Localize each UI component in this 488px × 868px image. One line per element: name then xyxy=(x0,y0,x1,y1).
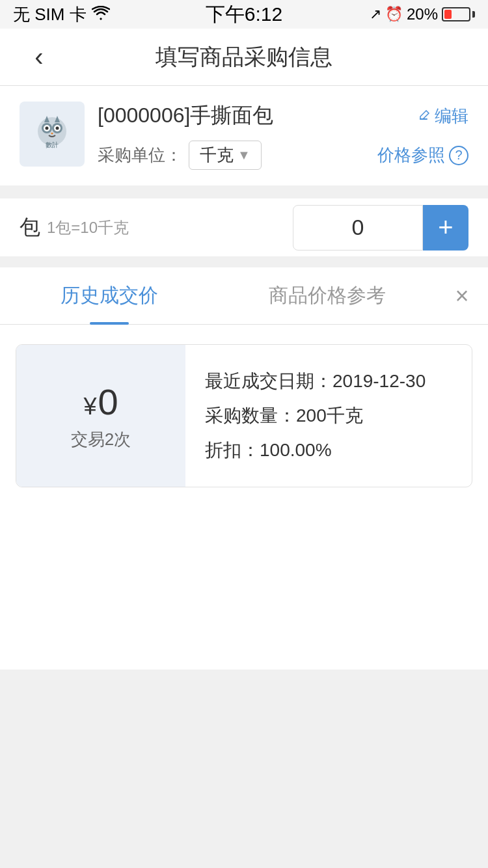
help-icon: ? xyxy=(449,146,468,165)
tabs-header: 历史成交价 商品价格参考 × xyxy=(0,267,488,325)
tab-product-price-ref[interactable]: 商品价格参考 xyxy=(218,267,436,325)
product-thumbnail: 數計 xyxy=(20,102,85,167)
battery-icon xyxy=(442,7,475,21)
currency-symbol: ¥ xyxy=(83,393,96,420)
trade-count: 交易2次 xyxy=(71,428,131,451)
alarm-icon: ⏰ xyxy=(385,6,403,23)
tab-product-price-label: 商品价格参考 xyxy=(269,282,386,309)
tab-history-price[interactable]: 历史成交价 xyxy=(0,267,218,325)
qty-unit: 包 xyxy=(20,213,40,242)
status-left: 无 SIM 卡 xyxy=(13,3,110,26)
close-icon: × xyxy=(455,282,468,310)
price-ref-label: 价格参照 xyxy=(377,144,445,167)
battery-percent: 20% xyxy=(407,5,438,23)
back-button[interactable]: ‹ xyxy=(20,42,59,72)
location-icon: ↗ xyxy=(370,6,381,23)
signal-text: 无 SIM 卡 xyxy=(13,3,87,26)
discount-value: 100.00% xyxy=(260,440,332,460)
close-button[interactable]: × xyxy=(436,282,488,310)
plus-icon: + xyxy=(438,213,453,242)
unit-value: 千克 xyxy=(200,144,234,167)
purchase-qty-value: 200千克 xyxy=(296,405,363,426)
price-card-left: ¥ 0 交易2次 xyxy=(16,345,185,487)
discount-item: 折扣：100.00% xyxy=(205,437,452,463)
purchase-qty-item: 采购数量：200千克 xyxy=(205,403,452,428)
status-time: 下午6:12 xyxy=(206,1,282,28)
status-bar: 无 SIM 卡 下午6:12 ↗ ⏰ 20% xyxy=(0,0,488,29)
svg-text:數計: 數計 xyxy=(46,141,59,148)
qty-conversion: 1包=10千克 xyxy=(47,217,129,238)
price-amount: 0 xyxy=(98,381,118,423)
status-right: ↗ ⏰ 20% xyxy=(370,5,475,23)
discount-label: 折扣： xyxy=(205,440,260,460)
quantity-label: 包 1包=10千克 xyxy=(20,213,293,242)
price-card-right: 最近成交日期：2019-12-30 采购数量：200千克 折扣：100.00% xyxy=(185,345,472,487)
product-logo-icon: 數計 xyxy=(33,111,72,157)
main-content: ¥ 0 交易2次 最近成交日期：2019-12-30 采购数量：200千克 折扣… xyxy=(0,344,488,670)
tab-active-indicator xyxy=(90,322,129,325)
quantity-input-group: + xyxy=(293,205,468,251)
unit-label-group: 采购单位： 千克 ▼ xyxy=(98,141,262,170)
product-info: [0000006]手撕面包 编辑 采购单位： 千克 ▼ xyxy=(98,102,468,170)
edit-button[interactable]: 编辑 xyxy=(418,105,468,128)
dropdown-arrow-icon: ▼ xyxy=(237,148,251,163)
unit-selector[interactable]: 千克 ▼ xyxy=(189,141,262,170)
page-title: 填写商品采购信息 xyxy=(156,42,332,72)
product-name: [0000006]手撕面包 xyxy=(98,102,273,130)
section-divider xyxy=(0,185,488,198)
unit-label: 采购单位： xyxy=(98,144,182,167)
svg-point-6 xyxy=(56,127,59,130)
quantity-section: 包 1包=10千克 + xyxy=(0,198,488,257)
nav-bar: ‹ 填写商品采购信息 xyxy=(0,29,488,86)
tab-history-label: 历史成交价 xyxy=(61,282,158,309)
svg-point-5 xyxy=(46,127,49,130)
wifi-icon xyxy=(92,5,110,25)
product-section: 數計 [0000006]手撕面包 编辑 采购单位： 千 xyxy=(0,86,488,185)
recent-date-item: 最近成交日期：2019-12-30 xyxy=(205,368,452,394)
quantity-input[interactable] xyxy=(293,205,423,251)
recent-date-label: 最近成交日期： xyxy=(205,371,332,391)
purchase-qty-label: 采购数量： xyxy=(205,405,296,426)
price-ref-button[interactable]: 价格参照 ? xyxy=(377,144,468,167)
tabs-section: 历史成交价 商品价格参考 × ¥ 0 交易2次 最近成交日期：2019-12-3… xyxy=(0,267,488,670)
price-card: ¥ 0 交易2次 最近成交日期：2019-12-30 采购数量：200千克 折扣… xyxy=(16,344,472,487)
plus-button[interactable]: + xyxy=(423,205,468,251)
recent-date-value: 2019-12-30 xyxy=(332,371,426,391)
